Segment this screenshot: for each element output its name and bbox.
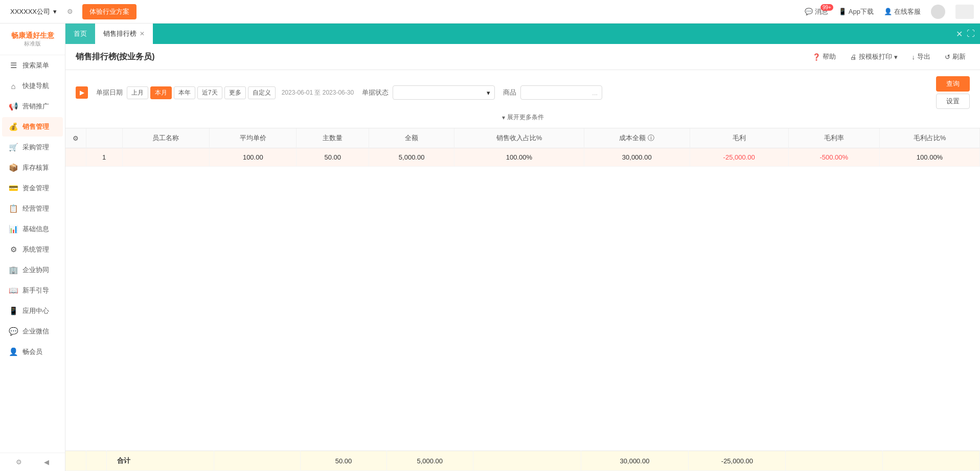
online-service-button[interactable]: 👤 在线客服 (884, 7, 921, 16)
export-button[interactable]: ↓ 导出 (908, 50, 935, 63)
company-selector[interactable]: XXXXXX公司 ▾ (6, 5, 61, 18)
sidebar-item-sales[interactable]: 💰 销售管理 (2, 117, 63, 137)
sidebar-item-label: 经营管理 (22, 204, 49, 213)
sidebar-item-search-order[interactable]: ☰ 搜索菜单 (2, 56, 63, 75)
export-icon: ↓ (912, 53, 916, 61)
date-btn-last-month[interactable]: 上月 (127, 86, 148, 99)
main-layout: 畅康通好生意 标准版 ☰ 搜索菜单 ⌂ 快捷导航 📢 营销推广 💰 销售管理 🛒… (0, 24, 980, 471)
sidebar-item-enterprise[interactable]: 🏢 企业协同 (2, 260, 63, 280)
col-settings[interactable]: ⚙ (65, 128, 86, 148)
goods-input[interactable]: ... (520, 85, 602, 100)
sidebar-item-system[interactable]: ⚙ 系统管理 (2, 240, 63, 259)
sidebar-item-base-info[interactable]: 📊 基础信息 (2, 219, 63, 239)
bottom-settings-icon[interactable]: ⚙ (16, 458, 22, 466)
date-btn-more[interactable]: 更多 (224, 86, 246, 99)
sidebar-item-wechat[interactable]: 💬 企业微信 (2, 322, 63, 341)
home-icon: ⌂ (8, 82, 18, 91)
wechat-icon: 💬 (8, 327, 18, 336)
filter-toggle-button[interactable]: ▶ (76, 86, 88, 99)
table-footer: 合计 50.00 5,000.00 30,000.00 -25,000.00 (65, 451, 980, 471)
fund-icon: 💳 (8, 184, 18, 193)
message-icon: 💬 (805, 8, 813, 15)
tab-home[interactable]: 首页 (65, 24, 95, 44)
print-button[interactable]: 🖨 按模板打印 ▾ (846, 50, 902, 63)
message-button[interactable]: 💬 消息 99+ (805, 7, 828, 16)
date-btn-custom[interactable]: 自定义 (248, 86, 276, 99)
sidebar-bottom: ⚙ ◀ (0, 453, 65, 471)
tab-sales-rank[interactable]: 销售排行榜 ✕ (95, 24, 153, 44)
sidebar-item-label: 新手引导 (22, 286, 49, 295)
help-label: 帮助 (823, 52, 836, 61)
sidebar-item-quick-nav[interactable]: ⌂ 快捷导航 (2, 76, 63, 96)
print-icon: 🖨 (850, 53, 857, 61)
date-filter-group: 单据日期 上月 本月 本年 近7天 更多 自定义 2023-06-01 至 20… (96, 86, 354, 99)
table-row: 1 100.00 50.00 5,000.00 100.00% 30,000.0… (65, 148, 980, 167)
status-label: 单据状态 (362, 88, 389, 97)
footer-cost-total: 30,000.00 (581, 451, 689, 471)
sidebar-item-purchase[interactable]: 🛒 采购管理 (2, 138, 63, 157)
app-download-button[interactable]: 📱 App下载 (838, 7, 874, 16)
system-icon: ⚙ (8, 245, 18, 254)
sidebar-item-label: 搜索菜单 (22, 61, 49, 70)
column-settings-icon[interactable]: ⚙ (73, 134, 79, 142)
status-chevron-icon: ▾ (487, 89, 490, 97)
col-total: 全额 (369, 128, 454, 148)
date-label: 单据日期 (96, 88, 123, 97)
expand-conditions-button[interactable]: ▾ 展开更多条件 (502, 113, 544, 122)
page-content: 销售排行榜(按业务员) ❓ 帮助 🖨 按模板打印 ▾ ↓ 导出 (65, 44, 980, 471)
tab-close-window-icon[interactable]: ✕ (956, 29, 963, 39)
enterprise-icon: 🏢 (8, 265, 18, 275)
table-wrapper: ⚙ 员工名称 平均单价 主数量 (65, 128, 980, 451)
bottom-collapse-icon[interactable]: ◀ (44, 458, 49, 466)
help-button[interactable]: ❓ 帮助 (808, 50, 840, 63)
sidebar: 畅康通好生意 标准版 ☰ 搜索菜单 ⌂ 快捷导航 📢 营销推广 💰 销售管理 🛒… (0, 24, 65, 471)
inventory-icon: 📦 (8, 163, 18, 172)
row-settings-icon[interactable] (65, 148, 86, 167)
col-gross: 毛利 (690, 128, 788, 148)
sidebar-item-label: 库存核算 (22, 163, 49, 172)
sidebar-item-app-center[interactable]: 📱 应用中心 (2, 301, 63, 321)
header-right: 💬 消息 99+ 📱 App下载 👤 在线客服 (805, 5, 974, 19)
tab-maximize-icon[interactable]: ⛶ (967, 29, 975, 38)
date-btn-this-month[interactable]: 本月 (150, 86, 172, 99)
row-gross-rate: -500.00% (788, 148, 879, 167)
row-staff (122, 148, 209, 167)
page-actions: ❓ 帮助 🖨 按模板打印 ▾ ↓ 导出 ↺ 刷新 (808, 50, 970, 63)
print-label: 按模板打印 (859, 52, 892, 61)
date-btn-7days[interactable]: 近7天 (197, 86, 222, 99)
user-name[interactable] (955, 5, 974, 19)
sidebar-item-fund[interactable]: 💳 资金管理 (2, 178, 63, 198)
app-center-icon: 📱 (8, 306, 18, 316)
status-select[interactable]: ▾ (393, 85, 495, 100)
trial-button[interactable]: 体验行业方案 (82, 4, 136, 19)
date-btn-this-year[interactable]: 本年 (174, 86, 195, 99)
footer-gross-rate (786, 451, 883, 471)
sidebar-item-member[interactable]: 👤 畅会员 (2, 342, 63, 362)
filter-row: ▶ 单据日期 上月 本月 本年 近7天 更多 自定义 2023- (76, 76, 970, 109)
row-sales-pct: 100.00% (454, 148, 584, 167)
sidebar-item-ops[interactable]: 📋 经营管理 (2, 199, 63, 218)
sidebar-item-guide[interactable]: 📖 新手引导 (2, 281, 63, 300)
refresh-button[interactable]: ↺ 刷新 (941, 50, 970, 63)
col-staff: 员工名称 (122, 128, 209, 148)
avatar[interactable] (931, 5, 945, 19)
settings-icon[interactable]: ⚙ (63, 5, 77, 19)
row-gross-pct: 100.00% (880, 148, 980, 167)
settings-button[interactable]: 设置 (936, 94, 970, 109)
tab-close-icon[interactable]: ✕ (140, 30, 145, 37)
sidebar-logo: 畅康通好生意 标准版 (0, 24, 65, 55)
col-avg-price: 平均单价 (210, 128, 297, 148)
date-buttons: 上月 本月 本年 近7天 更多 自定义 (127, 86, 276, 99)
goods-label: 商品 (503, 88, 516, 97)
sidebar-item-marketing[interactable]: 📢 营销推广 (2, 97, 63, 116)
chevron-down-icon: ▾ (53, 8, 57, 15)
search-icon: ☰ (8, 61, 18, 70)
sidebar-item-inventory[interactable]: 📦 库存核算 (2, 158, 63, 177)
col-index (86, 128, 122, 148)
sidebar-item-label: 资金管理 (22, 184, 49, 193)
query-button[interactable]: 查询 (936, 76, 970, 92)
filter-area: ▶ 单据日期 上月 本月 本年 近7天 更多 自定义 2023- (65, 70, 980, 128)
col-cost-total: 成本全额 ⓘ (584, 128, 690, 148)
ops-icon: 📋 (8, 204, 18, 213)
footer-gross: -25,000.00 (689, 451, 786, 471)
